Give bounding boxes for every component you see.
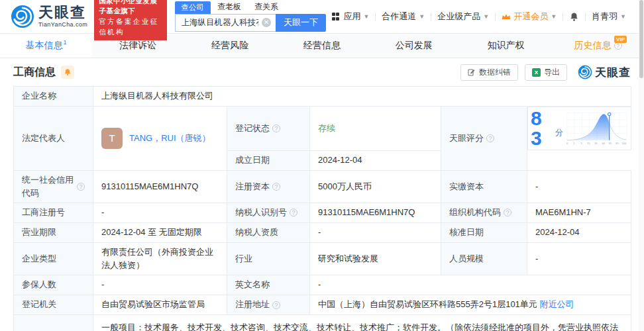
credit-code-value: 91310115MAE6M1HN7Q xyxy=(93,170,227,203)
reg-capital-label: 注册资本? xyxy=(227,170,310,203)
export-label: 导出 xyxy=(544,67,560,78)
bell-icon xyxy=(569,12,579,22)
section-header: 工商信息 数据纠错 X 导出 天眼查 xyxy=(0,58,644,86)
company-name-label: 企业名称 xyxy=(14,87,93,107)
tab-operating-info[interactable]: 经营信息 xyxy=(276,34,368,58)
legal-rep-label: 法定代表人 xyxy=(14,107,93,171)
business-scope-label: 经营范围? xyxy=(14,315,93,331)
company-type-label: 企业类型 xyxy=(14,242,93,275)
help-icon[interactable]: ? xyxy=(272,124,280,132)
company-tabbar: 基本信息 1 法律诉讼 经营风险 经营信息 公司发展 知识产权 VIP 历史信息… xyxy=(0,33,644,58)
help-icon[interactable]: ? xyxy=(504,209,511,216)
nav-vip-label: 开通会员 xyxy=(513,11,548,23)
address-text: 中国（上海）自由贸易试验区环科路555弄2号1层101单元 xyxy=(318,299,537,309)
english-name-label: 英文名称 xyxy=(227,275,310,295)
svg-text:5: 5 xyxy=(580,142,582,145)
paid-capital-label: 实缴资本 xyxy=(441,170,527,203)
help-icon[interactable]: ? xyxy=(77,183,85,191)
nav-apps[interactable]: 应用 ▼ xyxy=(326,11,375,23)
industry-value: 研究和试验发展 xyxy=(310,242,441,275)
help-icon[interactable]: ? xyxy=(272,183,280,191)
clear-search-icon[interactable]: ✕ xyxy=(262,18,271,27)
reg-no-label: 工商注册号 xyxy=(14,203,93,222)
help-icon[interactable]: ? xyxy=(486,134,494,142)
score-value: 83 xyxy=(531,109,553,148)
help-icon[interactable]: ? xyxy=(290,209,297,216)
table-row: 登记机关 自由贸易试验区市场监管局 注册地址? 中国（上海）自由贸易试验区环科路… xyxy=(14,295,631,315)
reg-capital-text: 注册资本 xyxy=(235,180,270,193)
tab-basic-info[interactable]: 基本信息 1 xyxy=(0,34,92,58)
approve-date-label: 核准日期 xyxy=(441,222,527,242)
eye-swirl-icon xyxy=(578,65,592,79)
watermark-logo: 天眼查 xyxy=(578,65,631,80)
tab-intellectual-property[interactable]: 知识产权 xyxy=(460,34,552,58)
table-row: 统一社会信用代码? 91310115MAE6M1HN7Q 注册资本? 5000万… xyxy=(14,170,631,203)
staff-size-value: - xyxy=(527,242,631,275)
vip-badge: VIP xyxy=(614,36,627,43)
tab-history-info[interactable]: VIP 历史信息 ? xyxy=(552,34,644,58)
search-button[interactable]: 天眼一下 xyxy=(276,14,326,32)
tab-operating-risk[interactable]: 经营风险 xyxy=(184,34,276,58)
tab-legal-label: 法律诉讼 xyxy=(119,40,156,52)
english-name-value: - xyxy=(310,275,631,295)
tab-basic-label: 基本信息 xyxy=(25,40,62,52)
reg-address-value: 中国（上海）自由贸易试验区环科路555弄2号1层101单元 附近公司 xyxy=(310,295,631,315)
svg-text:100: 100 xyxy=(621,142,627,145)
help-icon[interactable]: ? xyxy=(272,301,280,309)
avatar[interactable]: T xyxy=(101,128,123,149)
reg-authority-label: 登记机关 xyxy=(14,295,93,315)
eye-swirl-icon xyxy=(11,5,34,28)
legal-rep-cell: T TANG，RUI（唐锐） xyxy=(93,107,227,171)
org-code-value: MAE6M1HN-7 xyxy=(527,203,631,222)
table-row: 企业类型 有限责任公司（外商投资企业法人独资） 行业 研究和试验发展 人员规模 … xyxy=(14,242,631,275)
apps-grid-icon xyxy=(332,13,340,21)
excel-icon: X xyxy=(532,68,541,77)
company-name-value: 上海纵目机器人科技有限公司 xyxy=(93,87,631,107)
approve-date-value: 2024-12-04 xyxy=(527,222,631,242)
tab-history-label: 历史信息 xyxy=(574,40,612,52)
scrollbar-thumb[interactable] xyxy=(639,0,643,78)
search-tab-company[interactable]: 查公司 xyxy=(175,1,211,14)
legal-rep-link[interactable]: TANG，RUI（唐锐） xyxy=(129,132,211,145)
nav-apps-label: 应用 xyxy=(343,11,360,23)
search-input[interactable] xyxy=(175,14,276,32)
bell-icon xyxy=(64,68,72,76)
score-unit: 分 xyxy=(555,126,563,139)
credit-code-text: 统一社会信用代码 xyxy=(22,173,74,200)
search-tab-relation[interactable]: 查关系 xyxy=(248,0,285,14)
chevron-down-icon: ▼ xyxy=(419,13,425,20)
insured-num-value: - xyxy=(93,275,227,295)
table-row: 法定代表人 T TANG，RUI（唐锐） 登记状态? 存续 天眼评分? 83 分 xyxy=(14,107,631,151)
reg-capital-value: 5000万人民币 xyxy=(310,170,441,203)
nav-open-vip[interactable]: 开通会员 ▼ xyxy=(496,11,563,23)
export-button[interactable]: X 导出 xyxy=(525,64,567,81)
insured-num-label: 参保人数 xyxy=(14,275,93,295)
tab-risk-label: 经营风险 xyxy=(211,40,248,52)
data-correction-button[interactable]: 数据纠错 xyxy=(460,64,518,81)
nav-partner-channel[interactable]: 合作通道 ▼ xyxy=(376,11,431,23)
table-row: 参保人数 - 英文名称 - xyxy=(14,275,631,295)
nearby-companies-link[interactable]: 附近公司 xyxy=(539,299,574,309)
notification-bell[interactable] xyxy=(563,12,585,22)
scrollbar[interactable] xyxy=(639,0,644,331)
svg-text:0: 0 xyxy=(566,142,568,145)
tab-legal-proceedings[interactable]: 法律诉讼 xyxy=(92,34,184,58)
tab-basic-count: 1 xyxy=(63,39,66,46)
search-tab-boss[interactable]: 查老板 xyxy=(211,0,248,14)
svg-text:60: 60 xyxy=(602,142,605,145)
nav-enterprise-products[interactable]: 企业级产品 ▼ xyxy=(431,11,495,23)
score-cell[interactable]: 83 分 xyxy=(527,107,631,150)
tab-company-development[interactable]: 公司发展 xyxy=(368,34,460,58)
establish-date-value: 2024-12-04 xyxy=(310,150,441,170)
table-row: 营业期限 2024-12-04 至 无固定期限 纳税人资质 - 核准日期 202… xyxy=(14,222,631,242)
user-menu[interactable]: 肖青羽 ▼ xyxy=(586,11,632,23)
nav-partner-label: 合作通道 xyxy=(382,11,416,23)
reg-status-text: 登记状态 xyxy=(235,122,270,135)
svg-text:81: 81 xyxy=(608,142,612,145)
crown-icon xyxy=(502,13,511,21)
monitor-bell-button[interactable] xyxy=(61,66,74,79)
chevron-down-icon: ▼ xyxy=(483,13,489,20)
business-term-label: 营业期限 xyxy=(14,222,93,242)
nav-enterprise-label: 企业级产品 xyxy=(437,11,480,23)
tianyancha-logo[interactable]: 天眼查 TianYanCha.com xyxy=(11,5,87,28)
